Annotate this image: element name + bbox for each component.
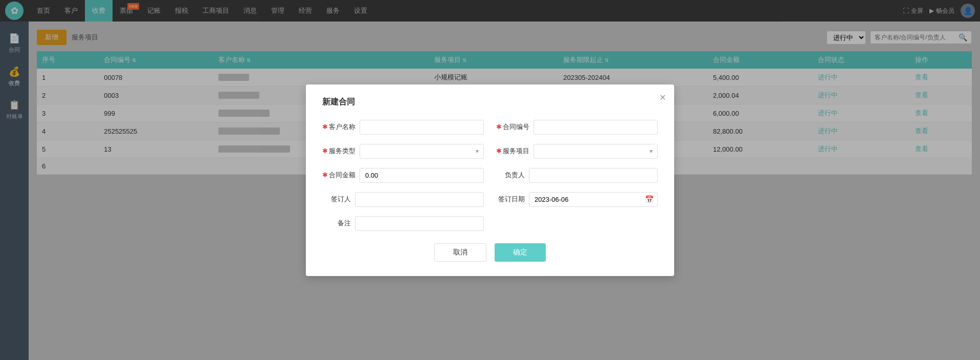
service-type-select[interactable] (360, 144, 484, 159)
modal-title: 新建合同 (322, 97, 658, 108)
form-row-1: ✱客户名称 ✱合同编号 (322, 120, 658, 135)
service-item-field: ✱服务项目 (496, 144, 658, 159)
customer-name-field: ✱客户名称 (322, 120, 484, 135)
form-row-3: ✱合同金额 负责人 (322, 168, 658, 183)
service-type-label: ✱服务类型 (322, 146, 355, 156)
required-marker-2: ✱ (496, 123, 502, 131)
signer-input[interactable] (355, 192, 484, 207)
remark-label: 备注 (322, 219, 351, 228)
service-item-select[interactable] (533, 144, 658, 159)
customer-name-input[interactable] (360, 120, 484, 135)
cancel-button[interactable]: 取消 (434, 243, 486, 262)
required-marker: ✱ (322, 123, 328, 131)
modal-overlay: 新建合同 ✕ ✱客户名称 ✱合同编号 ✱服务类型 (0, 0, 980, 360)
responsible-person-label: 负责人 (496, 171, 525, 180)
calendar-icon[interactable]: 📅 (645, 195, 654, 203)
remark-input[interactable] (355, 216, 484, 231)
sign-date-input[interactable] (529, 192, 658, 207)
contract-amount-label: ✱合同金额 (322, 171, 355, 180)
form-row-2: ✱服务类型 ✱服务项目 (322, 144, 658, 159)
form-row-4: 签订人 签订日期 📅 (322, 192, 658, 207)
contract-no-input[interactable] (533, 120, 658, 135)
remark-field: 备注 (322, 216, 484, 231)
signer-label: 签订人 (322, 195, 351, 204)
sign-date-label: 签订日期 (496, 195, 525, 204)
modal-close-button[interactable]: ✕ (659, 93, 666, 102)
service-item-select-wrapper (533, 144, 658, 159)
confirm-button[interactable]: 确定 (495, 243, 546, 262)
required-marker-3: ✱ (322, 147, 328, 155)
contract-amount-field: ✱合同金额 (322, 168, 484, 183)
customer-name-label: ✱客户名称 (322, 122, 355, 132)
contract-amount-input[interactable] (360, 168, 484, 183)
service-type-select-wrapper (360, 144, 484, 159)
required-marker-4: ✱ (496, 147, 502, 155)
form-row-5: 备注 (322, 216, 658, 231)
contract-no-label: ✱合同编号 (496, 122, 529, 132)
service-type-field: ✱服务类型 (322, 144, 484, 159)
sign-date-field: 签订日期 📅 (496, 192, 658, 207)
service-item-label: ✱服务项目 (496, 146, 529, 156)
responsible-person-input[interactable] (529, 168, 658, 183)
new-contract-modal: 新建合同 ✕ ✱客户名称 ✱合同编号 ✱服务类型 (306, 84, 674, 276)
contract-no-field: ✱合同编号 (496, 120, 658, 135)
required-marker-5: ✱ (322, 171, 328, 179)
responsible-person-field: 负责人 (496, 168, 658, 183)
modal-footer: 取消 确定 (322, 243, 658, 262)
signer-field: 签订人 (322, 192, 484, 207)
sign-date-wrapper: 📅 (529, 192, 658, 207)
